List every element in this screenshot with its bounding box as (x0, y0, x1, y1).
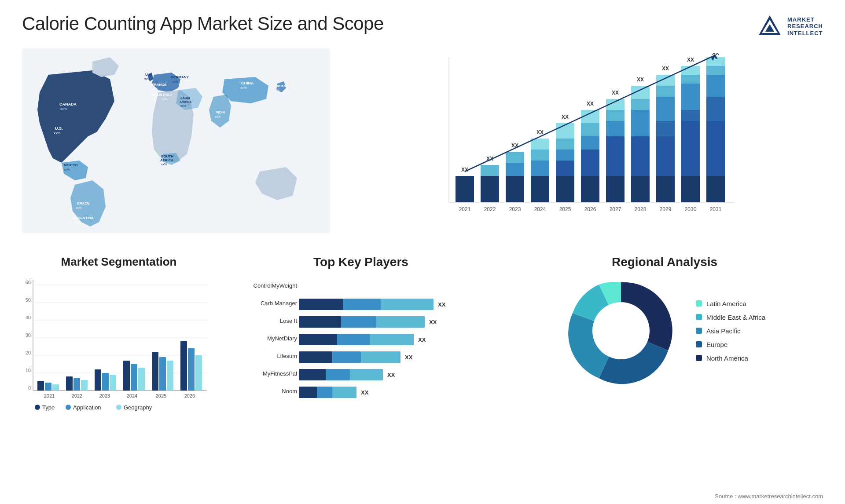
svg-rect-72 (606, 110, 625, 121)
svg-text:Lose It: Lose It (280, 318, 297, 324)
svg-rect-119 (706, 121, 725, 136)
svg-text:U.K.: U.K. (145, 73, 152, 77)
legend-asia-pacific: Asia Pacific (696, 327, 765, 335)
svg-text:60: 60 (26, 280, 31, 285)
logo-container: MARKET RESEARCH INTELLECT (757, 13, 823, 40)
svg-text:0: 0 (28, 385, 31, 391)
svg-text:Carb Manager: Carb Manager (261, 300, 298, 307)
svg-text:XX: XX (612, 90, 619, 96)
svg-rect-191 (299, 351, 332, 363)
regional-title: Regional Analysis (506, 255, 823, 269)
svg-rect-150 (81, 380, 88, 391)
svg-text:2023: 2023 (509, 206, 521, 212)
svg-rect-148 (66, 376, 73, 391)
donut-container: Latin America Middle East & Africa Asia … (506, 274, 823, 388)
middle-east-label: Middle East & Africa (706, 314, 765, 321)
svg-rect-86 (631, 161, 650, 176)
svg-text:xx%: xx% (173, 80, 178, 83)
legend-middle-east: Middle East & Africa (696, 314, 765, 321)
svg-text:AFRICA: AFRICA (160, 158, 173, 162)
svg-rect-146 (52, 384, 59, 391)
svg-rect-176 (299, 299, 343, 310)
svg-rect-164 (180, 341, 187, 391)
svg-text:SOUTH: SOUTH (161, 154, 173, 158)
svg-text:xx%: xx% (74, 221, 80, 224)
svg-text:2026: 2026 (184, 393, 195, 398)
svg-rect-181 (299, 316, 341, 328)
svg-text:Lifesum: Lifesum (277, 353, 297, 359)
svg-rect-115 (706, 75, 725, 84)
svg-rect-64 (581, 123, 599, 136)
svg-rect-114 (706, 66, 725, 75)
svg-text:xx%: xx% (152, 88, 158, 91)
svg-rect-122 (706, 161, 725, 176)
svg-rect-192 (332, 351, 361, 363)
regional-panel: Regional Analysis (506, 255, 823, 501)
svg-text:2021: 2021 (459, 206, 471, 212)
svg-text:XX: XX (405, 354, 413, 361)
svg-rect-118 (706, 110, 725, 121)
svg-rect-95 (656, 136, 675, 150)
svg-rect-68 (581, 176, 599, 202)
europe-label: Europe (706, 341, 727, 348)
svg-text:2022: 2022 (72, 393, 82, 398)
asia-pacific-label: Asia Pacific (706, 327, 741, 335)
page-title: Calorie Counting App Market Size and Sco… (22, 13, 384, 34)
svg-text:JAPAN: JAPAN (275, 84, 287, 88)
svg-rect-91 (656, 86, 675, 97)
svg-text:30: 30 (26, 332, 31, 338)
svg-point-168 (35, 405, 40, 410)
svg-rect-73 (606, 121, 625, 136)
svg-rect-57 (556, 139, 574, 150)
svg-rect-83 (631, 121, 650, 136)
svg-text:2024: 2024 (127, 393, 137, 398)
svg-text:MyNetDiary: MyNetDiary (267, 335, 297, 342)
svg-rect-52 (531, 161, 549, 176)
svg-text:XX: XX (461, 167, 468, 173)
svg-rect-123 (706, 176, 725, 202)
svg-text:XX: XX (418, 336, 426, 343)
svg-text:XX: XX (687, 57, 694, 63)
svg-rect-38 (456, 176, 474, 202)
segmentation-title: Market Segmentation (22, 255, 216, 269)
world-map: CANADA xx% U.S. xx% MEXICO xx% BRAZIL xx… (22, 48, 330, 233)
svg-rect-84 (631, 136, 650, 150)
svg-text:XX: XX (562, 114, 569, 120)
svg-rect-149 (73, 378, 80, 391)
svg-text:MEXICO: MEXICO (64, 163, 78, 167)
segmentation-panel: Market Segmentation 0 10 20 30 40 50 60 (22, 255, 216, 501)
growth-chart-container: XX 2021 XX 2022 XX 2023 XX 2024 (348, 48, 823, 242)
svg-rect-96 (656, 150, 675, 161)
svg-text:SPAIN: SPAIN (152, 93, 162, 97)
svg-text:XX: XX (637, 77, 644, 83)
svg-rect-116 (706, 84, 725, 97)
logo-text: MARKET RESEARCH INTELLECT (787, 16, 823, 37)
svg-rect-160 (152, 352, 158, 391)
svg-rect-154 (110, 375, 116, 391)
svg-rect-107 (681, 136, 700, 150)
svg-rect-94 (656, 121, 675, 136)
svg-rect-109 (681, 161, 700, 176)
svg-rect-53 (531, 176, 549, 202)
svg-rect-110 (681, 176, 700, 202)
svg-rect-153 (102, 373, 109, 391)
svg-text:xx%: xx% (54, 131, 60, 135)
svg-rect-60 (556, 176, 574, 202)
svg-rect-156 (123, 361, 130, 391)
svg-text:ControlMyWeight: ControlMyWeight (254, 282, 298, 289)
svg-text:2031: 2031 (710, 206, 722, 212)
svg-rect-108 (681, 150, 700, 161)
source-text: Source : www.marketresearchintellect.com (715, 493, 823, 500)
svg-text:xx%: xx% (151, 98, 157, 101)
svg-text:2021: 2021 (44, 393, 55, 398)
svg-rect-46 (506, 163, 524, 176)
svg-rect-82 (631, 110, 650, 121)
svg-rect-183 (376, 316, 425, 328)
svg-rect-90 (656, 75, 675, 86)
svg-rect-66 (581, 150, 599, 161)
regional-legend: Latin America Middle East & Africa Asia … (696, 300, 765, 362)
svg-text:40: 40 (26, 315, 31, 320)
svg-text:XX: XX (587, 101, 594, 107)
header: Calorie Counting App Market Size and Sco… (22, 13, 823, 40)
svg-text:BRAZIL: BRAZIL (77, 201, 90, 205)
